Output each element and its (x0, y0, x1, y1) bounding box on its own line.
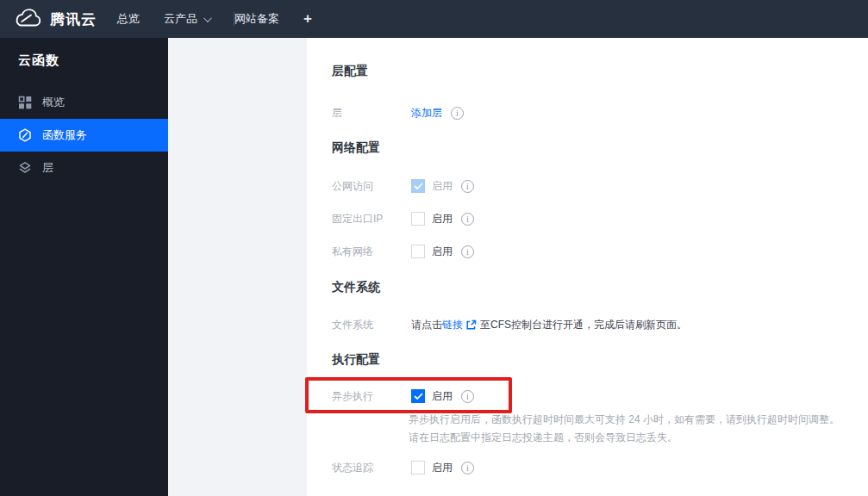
form-row-fixed-outbound-ip: 固定出口IP 启用 i (332, 210, 474, 227)
field-label: 文件系统 (332, 318, 411, 332)
enable-label: 启用 (432, 179, 453, 194)
sidebar: 云函数 概览 函数服务 层 (0, 38, 168, 496)
hexagon-function-icon (18, 128, 32, 142)
grid-overview-icon (18, 96, 32, 109)
info-icon[interactable]: i (461, 180, 474, 193)
sidebar-item-layers[interactable]: 层 (0, 152, 168, 184)
fixed-outbound-ip-checkbox[interactable] (411, 212, 425, 226)
sidebar-item-label: 概览 (42, 95, 65, 110)
field-label: 私有网络 (332, 245, 411, 259)
section-heading-network-config: 网络配置 (332, 139, 380, 156)
form-row-public-network-access: 公网访问 启用 i (332, 177, 474, 195)
info-icon[interactable]: i (461, 390, 474, 403)
chevron-down-icon (203, 14, 212, 22)
file-system-hint-before: 请点击 (411, 318, 442, 332)
nav-website-beian[interactable]: 网站备案 (234, 11, 279, 27)
add-layer-link[interactable]: 添加层 (411, 106, 442, 121)
private-network-checkbox[interactable] (411, 245, 425, 258)
info-icon[interactable]: i (461, 462, 474, 474)
enable-label: 启用 (432, 245, 453, 259)
top-navigation: 总览 云产品 网站备案 + (117, 10, 312, 28)
field-label: 公网访问 (332, 179, 411, 194)
field-label: 异步执行 (332, 389, 411, 404)
brand-home-link[interactable]: 腾讯云 (0, 8, 97, 30)
public-network-access-checkbox[interactable] (411, 179, 425, 193)
form-row-private-network: 私有网络 启用 i (332, 243, 474, 260)
tencent-cloud-logo-icon (14, 8, 41, 30)
sidebar-item-label: 函数服务 (42, 127, 87, 143)
info-icon[interactable]: i (451, 107, 464, 120)
async-execution-checkbox[interactable] (411, 389, 425, 403)
section-heading-file-system: 文件系统 (332, 278, 380, 295)
info-icon[interactable]: i (461, 245, 474, 258)
topbar: 腾讯云 总览 云产品 网站备案 + (0, 0, 868, 38)
enable-label: 启用 (432, 389, 453, 404)
helper-line: 异步执行启用后，函数执行超时时间最大可支持 24 小时，如有需要，请到执行超时时… (409, 411, 857, 429)
sidebar-title: 云函数 (0, 38, 168, 69)
info-icon[interactable]: i (461, 213, 474, 226)
settings-panel: 层配置 层 添加层 i 网络配置 公网访问 启用 i 固定出口IP 启用 i 私… (307, 38, 868, 496)
section-heading-layer-config: 层配置 (332, 62, 368, 79)
sidebar-item-function-service[interactable]: 函数服务 (0, 119, 168, 152)
form-row-async-execution: 异步执行 启用 i (332, 388, 474, 405)
field-label: 固定出口IP (332, 212, 411, 226)
enable-label: 启用 (432, 212, 453, 226)
external-link-icon (465, 319, 477, 331)
field-label: 状态追踪 (332, 461, 411, 475)
nav-add-tab-button[interactable]: + (303, 10, 312, 28)
form-row-file-system: 文件系统 请点击 链接 至CFS控制台进行开通，完成后请刷新页面。 (332, 316, 687, 333)
checkmark-icon (414, 393, 423, 400)
form-row-status-tracking: 状态追踪 启用 i (332, 459, 474, 476)
checkmark-icon (414, 183, 423, 190)
file-system-hint-after: 至CFS控制台进行开通，完成后请刷新页面。 (480, 318, 687, 332)
nav-overview[interactable]: 总览 (117, 11, 140, 27)
sidebar-item-label: 层 (42, 160, 53, 176)
nav-cloud-products[interactable]: 云产品 (164, 11, 209, 27)
cfs-console-link[interactable]: 链接 (442, 318, 463, 332)
enable-label: 启用 (432, 461, 453, 475)
secondary-panel (168, 38, 307, 496)
section-heading-execution-config: 执行配置 (332, 350, 380, 368)
brand-name: 腾讯云 (50, 9, 97, 29)
form-row-layer: 层 添加层 i (332, 104, 464, 121)
layers-icon (18, 161, 32, 175)
status-tracking-checkbox[interactable] (411, 461, 425, 474)
sidebar-menu: 概览 函数服务 层 (0, 86, 168, 184)
async-execution-helper-text: 异步执行启用后，函数执行超时时间最大可支持 24 小时，如有需要，请到执行超时时… (409, 411, 857, 447)
field-label: 层 (332, 106, 411, 121)
sidebar-item-overview[interactable]: 概览 (0, 86, 168, 119)
helper-line: 请在日志配置中指定日志投递主题，否则会导致日志丢失。 (409, 429, 857, 447)
